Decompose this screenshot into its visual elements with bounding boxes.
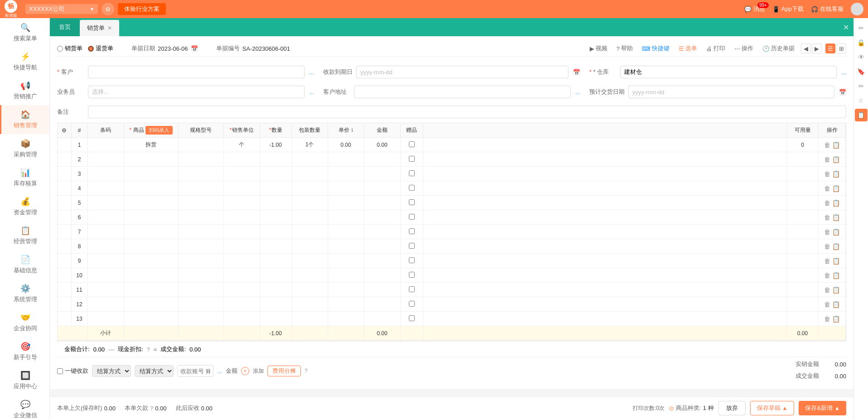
row-spec[interactable] (178, 254, 223, 268)
row-pkgqty[interactable] (291, 152, 328, 167)
copy-icon[interactable]: 📋 (832, 228, 840, 236)
row-gear[interactable] (58, 283, 71, 297)
row-gift[interactable] (400, 181, 423, 196)
add-payment-button[interactable]: + (241, 367, 249, 375)
row-gift[interactable] (400, 283, 423, 297)
radio-sales-input[interactable] (57, 46, 63, 52)
row-qty[interactable] (260, 254, 291, 268)
row-qty[interactable] (260, 210, 291, 225)
rt-eye-icon[interactable]: 👁 (855, 51, 868, 63)
row-pkgqty[interactable] (291, 210, 328, 225)
operation-button[interactable]: ⋯ 操作 (732, 43, 756, 53)
row-amount[interactable] (364, 181, 400, 196)
gift-checkbox[interactable] (409, 286, 415, 292)
row-barcode[interactable] (87, 196, 124, 210)
row-qty[interactable] (260, 283, 291, 297)
row-gear[interactable] (58, 268, 71, 283)
row-product[interactable] (124, 268, 178, 283)
one-click-payment-checkbox[interactable] (57, 368, 63, 374)
payment-method-select[interactable]: 结算方式 (92, 365, 131, 377)
help-icon-discount[interactable]: ? (147, 346, 150, 353)
row-product[interactable] (124, 196, 178, 210)
choose-button[interactable]: ☰ 选单 (676, 43, 700, 53)
row-pkgqty[interactable] (291, 239, 328, 254)
video-button[interactable]: ▶ 视频 (587, 43, 610, 53)
next-arrow[interactable]: ▶ (812, 43, 822, 53)
row-spec[interactable] (178, 210, 223, 225)
row-amount[interactable] (364, 254, 400, 268)
row-gear[interactable] (58, 196, 71, 210)
row-gift[interactable] (400, 254, 423, 268)
delete-icon[interactable]: 🗑 (824, 170, 830, 178)
row-amount[interactable] (364, 167, 400, 181)
row-barcode[interactable] (87, 239, 124, 254)
salesperson-input[interactable]: 选择... (88, 86, 305, 98)
delete-icon-1[interactable]: 🗑 (824, 141, 830, 149)
row-pkgqty[interactable] (291, 225, 328, 239)
row-unit[interactable] (223, 283, 260, 297)
copy-icon[interactable]: 📋 (832, 243, 840, 250)
row-spec-1[interactable] (178, 138, 223, 152)
delete-icon[interactable]: 🗑 (824, 156, 830, 163)
copy-icon[interactable]: 📋 (832, 170, 840, 178)
row-unit[interactable] (223, 196, 260, 210)
help-button[interactable]: ? 帮助 (614, 43, 635, 53)
sidebar-item-system[interactable]: ⚙️ 系统管理 (0, 279, 49, 308)
payment-help-icon[interactable]: ? (305, 368, 308, 374)
gift-checkbox[interactable] (409, 315, 415, 321)
row-unit[interactable] (223, 167, 260, 181)
copy-icon-1[interactable]: 📋 (832, 141, 840, 149)
discard-button[interactable]: 放弃 (718, 401, 746, 415)
row-price[interactable] (328, 210, 364, 225)
row-price[interactable] (328, 167, 364, 181)
save-draft-button[interactable]: 保存草稿 ▲ (750, 401, 795, 415)
row-product[interactable] (124, 283, 178, 297)
grid-view-button[interactable]: ⊞ (836, 43, 846, 53)
delete-icon[interactable]: 🗑 (824, 214, 830, 221)
row-qty[interactable] (260, 181, 291, 196)
row-gift[interactable] (400, 225, 423, 239)
user-avatar[interactable] (851, 3, 863, 15)
gift-checkbox[interactable] (409, 170, 415, 176)
row-unit[interactable] (223, 225, 260, 239)
row-pkgqty[interactable] (291, 268, 328, 283)
row-gift[interactable] (400, 268, 423, 283)
delete-icon[interactable]: 🗑 (824, 228, 830, 236)
sidebar-item-appstore[interactable]: 🔲 应用中心 (0, 366, 49, 395)
row-unit[interactable] (223, 297, 260, 312)
row-qty[interactable] (260, 167, 291, 181)
row-price[interactable] (328, 283, 364, 297)
row-barcode[interactable] (87, 225, 124, 239)
row-product[interactable] (124, 167, 178, 181)
th-gear[interactable]: ⚙ (58, 123, 71, 138)
row-gift[interactable] (400, 312, 423, 326)
sidebar-item-basic[interactable]: 📄 基础信息 (0, 250, 49, 279)
row-price[interactable] (328, 239, 364, 254)
row-unit[interactable] (223, 312, 260, 326)
tab-home[interactable]: 首页 (50, 18, 80, 36)
row-gift[interactable] (400, 167, 423, 181)
row-gear[interactable] (58, 152, 71, 167)
rt-bookmark-icon[interactable]: 🔖 (855, 65, 868, 78)
sidebar-item-wechat[interactable]: 💬 企业微信 (0, 395, 49, 419)
company-selector[interactable]: XXXXXX公司 ▼ (25, 4, 98, 14)
row-gear[interactable] (58, 210, 71, 225)
copy-icon[interactable]: 📋 (832, 257, 840, 265)
row-product[interactable] (124, 239, 178, 254)
row-unit[interactable] (223, 268, 260, 283)
rt-star-icon[interactable]: ☆ (855, 94, 868, 107)
row-barcode[interactable] (87, 152, 124, 167)
radio-return-input[interactable] (88, 46, 94, 52)
row-amount[interactable] (364, 152, 400, 167)
row-gear[interactable] (58, 312, 71, 326)
row-unit[interactable] (223, 210, 260, 225)
row-amount[interactable] (364, 225, 400, 239)
list-view-button[interactable]: ☰ (825, 43, 835, 53)
row-product[interactable] (124, 210, 178, 225)
row-spec[interactable] (178, 239, 223, 254)
customer-input[interactable] (88, 66, 305, 78)
sidebar-item-purchase[interactable]: 📦 采购管理 (0, 134, 49, 163)
row-unit[interactable] (223, 152, 260, 167)
expected-date-input[interactable]: yyyy-mm-dd (628, 86, 834, 98)
row-spec[interactable] (178, 152, 223, 167)
